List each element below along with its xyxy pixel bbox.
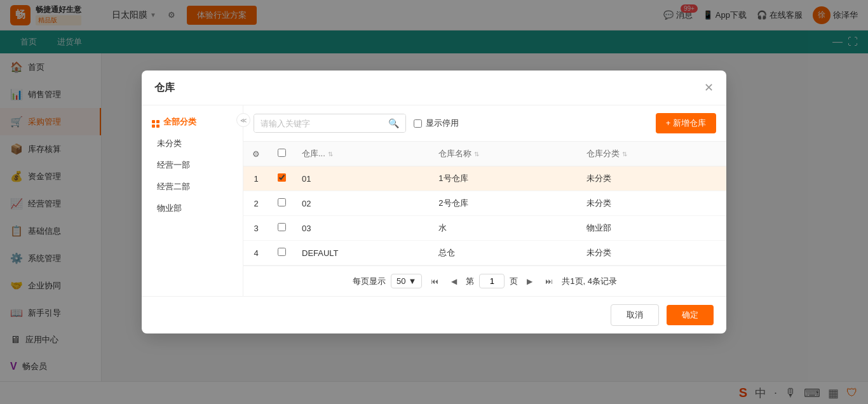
total-info: 共1页, 4条记录 (562, 276, 617, 287)
search-input[interactable] (254, 115, 382, 132)
per-page-select[interactable]: 50 ▼ (391, 274, 422, 288)
modal-header: 仓库 ✕ (142, 71, 726, 105)
row-checkbox[interactable] (269, 241, 294, 266)
table-row[interactable]: 1 01 1号仓库 未分类 (243, 166, 726, 191)
row-select-checkbox[interactable] (278, 223, 286, 231)
row-code: 03 (294, 216, 431, 241)
col-code: 仓库...⇅ (294, 142, 431, 166)
modal-overlay: 仓库 ✕ ≪ 全部分类 未分类 经营一部 经营二部 物业部 (0, 0, 868, 404)
row-num: 1 (243, 166, 269, 191)
table-toolbar: 🔍 显示停用 + 新增仓库 (243, 105, 726, 142)
category-panel: ≪ 全部分类 未分类 经营一部 经营二部 物业部 (142, 105, 243, 296)
warehouse-table: ⚙ 仓库...⇅ 仓库名称⇅ 仓库分类⇅ 1 01 1号仓库 未分类 2 02 (243, 142, 726, 266)
row-code: 01 (294, 166, 431, 191)
warehouse-modal: 仓库 ✕ ≪ 全部分类 未分类 经营一部 经营二部 物业部 (142, 71, 726, 333)
row-checkbox[interactable] (269, 191, 294, 216)
row-name: 总仓 (431, 241, 578, 266)
prev-page-button[interactable]: ◀ (447, 276, 461, 287)
data-table: ⚙ 仓库...⇅ 仓库名称⇅ 仓库分类⇅ 1 01 1号仓库 未分类 2 02 (243, 142, 726, 266)
row-code: DEFAULT (294, 241, 431, 266)
row-select-checkbox[interactable] (278, 173, 286, 182)
grid-icon (152, 116, 159, 128)
page-label: 第 (466, 276, 474, 287)
row-category: 物业部 (579, 216, 726, 241)
show-disabled-checkbox[interactable] (414, 119, 422, 128)
next-page-button[interactable]: ▶ (523, 276, 536, 287)
page-unit: 页 (510, 276, 518, 287)
row-checkbox[interactable] (269, 216, 294, 241)
col-category: 仓库分类⇅ (579, 142, 726, 166)
row-num: 4 (243, 241, 269, 266)
confirm-button[interactable]: 确定 (667, 305, 714, 325)
row-category: 未分类 (579, 166, 726, 191)
row-code: 02 (294, 191, 431, 216)
table-row[interactable]: 3 03 水 物业部 (243, 216, 726, 241)
first-page-button[interactable]: ⏮ (427, 276, 442, 287)
row-category: 未分类 (579, 241, 726, 266)
pagination: 每页显示 50 ▼ ⏮ ◀ 第 页 ▶ ⏭ 共1页, 4条记录 (243, 266, 726, 296)
cancel-button[interactable]: 取消 (611, 304, 659, 326)
row-num: 3 (243, 216, 269, 241)
category-item-ops1[interactable]: 经营一部 (142, 154, 243, 176)
col-name: 仓库名称⇅ (431, 142, 578, 166)
table-row[interactable]: 2 02 2号仓库 未分类 (243, 191, 726, 216)
row-name: 2号仓库 (431, 191, 578, 216)
modal-title: 仓库 (154, 81, 175, 95)
col-checkbox (269, 142, 294, 166)
search-box: 🔍 (254, 114, 406, 133)
sort-icon-code: ⇅ (328, 151, 333, 158)
search-button[interactable]: 🔍 (382, 114, 405, 132)
new-warehouse-button[interactable]: + 新增仓库 (656, 113, 716, 133)
per-page-dropdown-icon: ▼ (408, 276, 416, 286)
row-checkbox[interactable] (269, 166, 294, 191)
row-name: 水 (431, 216, 578, 241)
sort-icon-category: ⇅ (622, 151, 627, 158)
table-header-row: ⚙ 仓库...⇅ 仓库名称⇅ 仓库分类⇅ (243, 142, 726, 166)
all-categories-header[interactable]: 全部分类 (142, 111, 243, 133)
row-category: 未分类 (579, 191, 726, 216)
modal-close-button[interactable]: ✕ (704, 81, 714, 95)
sort-icon-name: ⇅ (474, 151, 479, 158)
category-item-ops2[interactable]: 经营二部 (142, 176, 243, 198)
row-select-checkbox[interactable] (278, 248, 286, 256)
collapse-panel-button[interactable]: ≪ (236, 113, 250, 127)
per-page-label: 每页显示 (353, 276, 386, 287)
modal-footer: 取消 确定 (142, 296, 726, 333)
modal-body: ≪ 全部分类 未分类 经营一部 经营二部 物业部 (142, 105, 726, 296)
show-disabled-checkbox-label[interactable]: 显示停用 (414, 118, 459, 129)
last-page-button[interactable]: ⏭ (541, 276, 557, 287)
table-panel: 🔍 显示停用 + 新增仓库 ⚙ (243, 105, 726, 296)
table-row[interactable]: 4 DEFAULT 总仓 未分类 (243, 241, 726, 266)
row-select-checkbox[interactable] (278, 198, 286, 206)
select-all-checkbox[interactable] (278, 149, 286, 157)
row-num: 2 (243, 191, 269, 216)
page-number-input[interactable] (479, 274, 505, 288)
row-name: 1号仓库 (431, 166, 578, 191)
category-item-uncategorized[interactable]: 未分类 (142, 133, 243, 154)
col-settings: ⚙ (243, 142, 269, 166)
category-item-property[interactable]: 物业部 (142, 198, 243, 219)
